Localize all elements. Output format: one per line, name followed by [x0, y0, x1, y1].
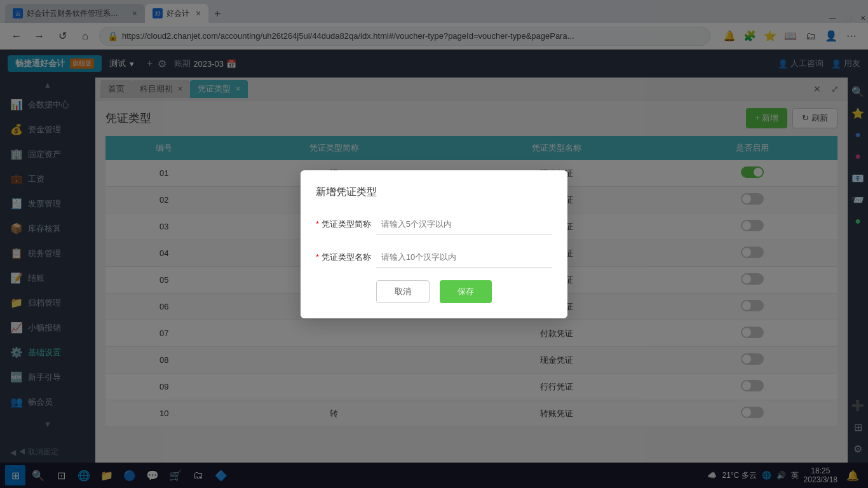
name-input[interactable] — [376, 247, 552, 268]
abbr-label: 凭证类型简称 — [316, 219, 376, 230]
abbr-input[interactable] — [376, 214, 552, 234]
cancel-button[interactable]: 取消 — [376, 280, 430, 303]
name-label: 凭证类型名称 — [316, 252, 376, 263]
dialog-overlay: 新增凭证类型 凭证类型简称 凭证类型名称 取消 保存 — [0, 0, 868, 488]
name-form-row: 凭证类型名称 — [316, 247, 552, 268]
add-dialog: 新增凭证类型 凭证类型简称 凭证类型名称 取消 保存 — [301, 170, 567, 318]
dialog-title: 新增凭证类型 — [316, 186, 552, 199]
save-button[interactable]: 保存 — [440, 280, 492, 303]
abbr-form-row: 凭证类型简称 — [316, 214, 552, 234]
dialog-buttons: 取消 保存 — [316, 280, 552, 303]
